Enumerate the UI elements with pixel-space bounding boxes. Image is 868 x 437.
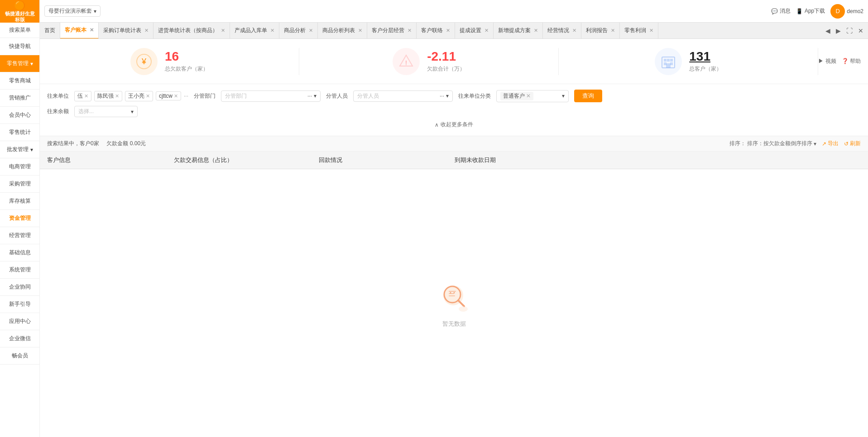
tab-retail-profit[interactable]: 零售利润 ✕ xyxy=(620,23,658,39)
refresh-icon: ↺ xyxy=(844,141,849,147)
sidebar-item-retail-mgmt[interactable]: 零售管理 ▾ xyxy=(0,55,39,72)
query-button[interactable]: 查询 xyxy=(574,90,602,102)
tab-close-icon[interactable]: ✕ xyxy=(649,28,653,33)
tab-close-icon[interactable]: ✕ xyxy=(90,27,94,33)
col-arrears-info: 欠款交易信息（占比） xyxy=(174,156,319,164)
filter-more-btn[interactable]: ··· xyxy=(184,93,188,99)
tab-new-raise-plan[interactable]: 新增提成方案 ✕ xyxy=(494,23,543,39)
svg-text:!: ! xyxy=(405,59,407,66)
tab-close-icon[interactable]: ✕ xyxy=(270,28,274,33)
tab-close-icon[interactable]: ✕ xyxy=(144,28,149,33)
tab-close-icon[interactable]: ✕ xyxy=(446,28,450,33)
unit-tag-cjttcw: cjttcw ✕ xyxy=(156,91,181,100)
tabbar: 首页 客户账本 ✕ 采购订单统计表 ✕ 进货单统计表（按商品） ✕ 产成品入库单… xyxy=(40,23,868,39)
export-icon: ↗ xyxy=(822,141,826,147)
sidebar-item-retail-shop[interactable]: 零售商城 xyxy=(0,72,39,90)
search-result-actions: 排序： 排序：按欠款金额倒序排序 ▾ ↗ 导出 ↺ 刷新 xyxy=(729,140,861,147)
unit-tag-chen: 陈民强 ✕ xyxy=(94,91,122,101)
dept-selector[interactable]: 分管部门 ··· ▾ xyxy=(221,90,321,102)
stat-total-customers2: 131 总客户（家） xyxy=(559,48,818,75)
search-menu[interactable]: 搜索菜单 xyxy=(0,23,39,38)
tab-maximize-icon[interactable]: ⛶ xyxy=(844,26,854,35)
sort-selector[interactable]: 排序： 排序：按欠款金额倒序排序 ▾ xyxy=(729,140,816,147)
total-customers-label: 总欠款客户（家） xyxy=(165,65,208,73)
tab-close-icon[interactable]: ✕ xyxy=(309,28,313,33)
user-avatar-btn[interactable]: D demo2 xyxy=(830,4,863,19)
topbar: 母婴行业演示帐套 ▾ 💬 消息 📱 App下载 D demo2 xyxy=(40,0,868,23)
svg-rect-15 xyxy=(449,293,454,294)
tab-incoming-stats[interactable]: 进货单统计表（按商品） ✕ xyxy=(153,23,230,39)
tab-raise-settings[interactable]: 提成设置 ✕ xyxy=(455,23,494,39)
tab-scroll-left-icon[interactable]: ◀ xyxy=(824,26,832,35)
tab-product-analysis-list[interactable]: 商品分析列表 ✕ xyxy=(318,23,367,39)
tabbar-scroll: 首页 客户账本 ✕ 采购订单统计表 ✕ 进货单统计表（按商品） ✕ 产成品入库单… xyxy=(40,23,824,39)
company-selector[interactable]: 母婴行业演示帐套 ▾ xyxy=(44,5,101,17)
unit-type-selector[interactable]: 普通客户 ✕ ▾ xyxy=(496,90,569,102)
sidebar-item-member[interactable]: 畅会员 xyxy=(0,347,39,365)
help-btn[interactable]: ❓ 帮助 xyxy=(842,57,861,65)
sidebar-item-batch-mgmt[interactable]: 批发管理 ▾ xyxy=(0,141,39,158)
topbar-right: 💬 消息 📱 App下载 D demo2 xyxy=(771,4,863,19)
arrears-label: 欠款合计（万） xyxy=(427,65,465,73)
sidebar-item-ecommerce[interactable]: 电商管理 xyxy=(0,158,39,176)
person-selector[interactable]: 分管人员 ··· ▾ xyxy=(353,90,453,102)
balance-selector[interactable]: 选择... ▾ xyxy=(74,106,138,117)
export-button[interactable]: ↗ 导出 xyxy=(822,140,839,147)
chevron-down-icon: ▾ xyxy=(314,93,317,99)
tag-close-wu[interactable]: ✕ xyxy=(84,93,88,99)
video-btn[interactable]: ▶ 视频 xyxy=(818,57,836,65)
tab-accounts-receivable[interactable]: 客户账本 ✕ xyxy=(60,23,99,39)
sidebar-item-operations[interactable]: 经营管理 xyxy=(0,227,39,244)
tab-close-icon[interactable]: ✕ xyxy=(572,28,576,33)
svg-rect-14 xyxy=(449,291,456,292)
unit-type-label: 往来单位分类 xyxy=(458,92,491,100)
sidebar-item-retail-stats[interactable]: 零售统计 xyxy=(0,124,39,141)
tab-customer-segment[interactable]: 客户分层经营 ✕ xyxy=(367,23,417,39)
collapse-button[interactable]: ∧ 收起更多条件 xyxy=(435,121,473,128)
tab-close-icon[interactable]: ✕ xyxy=(358,28,362,33)
tab-restore-icon[interactable]: ✕ xyxy=(856,26,865,35)
stat-total-customers: ¥ 16 总欠款客户（家） xyxy=(40,48,299,75)
sidebar-item-marketing[interactable]: 营销推广 xyxy=(0,90,39,107)
tag-close-cjttcw[interactable]: ✕ xyxy=(174,93,178,99)
tag-close-wang[interactable]: ✕ xyxy=(146,93,150,99)
tab-home[interactable]: 首页 xyxy=(40,23,60,39)
tab-close-icon[interactable]: ✕ xyxy=(484,28,489,33)
svg-text:¥: ¥ xyxy=(141,57,147,66)
sidebar-item-wechat[interactable]: 企业微信 xyxy=(0,330,39,347)
tab-close-icon[interactable]: ✕ xyxy=(611,28,615,33)
sidebar-item-sys-mgmt[interactable]: 系统管理 xyxy=(0,261,39,279)
sidebar-item-basic-info[interactable]: 基础信息 xyxy=(0,244,39,261)
unit-tag-wang: 王小亮 ✕ xyxy=(125,91,153,101)
tab-product-stock[interactable]: 产成品入库单 ✕ xyxy=(230,23,279,39)
tab-close-icon[interactable]: ✕ xyxy=(408,28,412,33)
sidebar-item-purchase-mgmt[interactable]: 采购管理 xyxy=(0,176,39,193)
tag-close-chen[interactable]: ✕ xyxy=(115,93,119,99)
tab-purchase-order-stats[interactable]: 采购订单统计表 ✕ xyxy=(99,23,153,39)
tab-close-icon[interactable]: ✕ xyxy=(221,28,225,33)
sidebar-item-quick-nav[interactable]: 快捷导航 xyxy=(0,38,39,55)
unit-type-tag-close[interactable]: ✕ xyxy=(526,93,531,99)
empty-icon xyxy=(436,278,472,314)
unit-type-tag: 普通客户 ✕ xyxy=(500,92,533,100)
refresh-button[interactable]: ↺ 刷新 xyxy=(844,140,861,147)
sidebar-item-finance[interactable]: 资金管理 xyxy=(0,210,39,227)
table-header: 客户信息 欠款交易信息（占比） 回款情况 到期未收款日期 xyxy=(40,152,868,169)
messages-btn[interactable]: 💬 消息 xyxy=(771,7,791,15)
tab-scroll-right-icon[interactable]: ▶ xyxy=(834,26,843,35)
tab-customer-contact[interactable]: 客户联络 ✕ xyxy=(417,23,455,39)
sidebar-item-new-guide[interactable]: 新手引导 xyxy=(0,296,39,313)
sidebar-item-member-center[interactable]: 会员中心 xyxy=(0,107,39,124)
sidebar-item-app-center[interactable]: 应用中心 xyxy=(0,313,39,330)
svg-rect-6 xyxy=(667,59,670,62)
sidebar-item-enterprise[interactable]: 企业协同 xyxy=(0,279,39,296)
tab-product-analysis[interactable]: 商品分析 ✕ xyxy=(279,23,318,39)
tab-profit-report[interactable]: 利润报告 ✕ xyxy=(581,23,620,39)
app-download-btn[interactable]: 📱 App下载 xyxy=(796,7,825,15)
tab-close-icon[interactable]: ✕ xyxy=(534,28,538,33)
arrears-number: -2.11 xyxy=(427,50,465,64)
sidebar-item-inventory[interactable]: 库存核算 xyxy=(0,193,39,210)
stat-arrears: ! -2.11 欠款合计（万） xyxy=(299,48,559,75)
tab-operations-status[interactable]: 经营情况 ✕ xyxy=(543,23,581,39)
unit-tag-wu: 伍 ✕ xyxy=(74,91,91,101)
